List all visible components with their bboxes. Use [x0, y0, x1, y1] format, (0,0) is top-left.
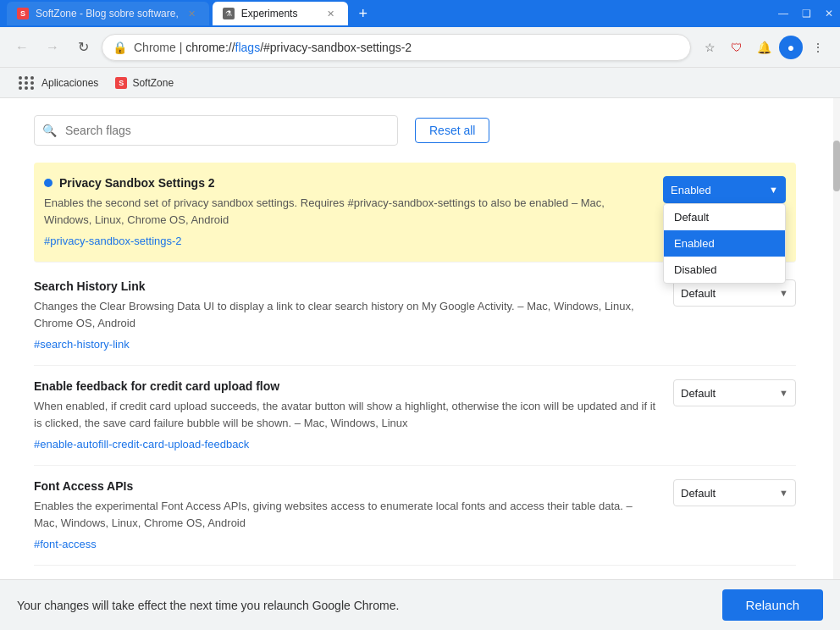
- flag-content-search-history: Search History Link Changes the Clear Br…: [34, 279, 656, 351]
- new-tab-button[interactable]: +: [351, 2, 375, 25]
- dropdown-option-enabled-0[interactable]: Enabled: [664, 230, 785, 257]
- dropdown-btn-credit-card[interactable]: Default ▼: [673, 379, 796, 406]
- tab-softzone-close[interactable]: ✕: [185, 7, 199, 20]
- titlebar: S SoftZone - Blog sobre software, ✕ ⚗ Ex…: [0, 0, 840, 27]
- tab-softzone[interactable]: S SoftZone - Blog sobre software, ✕: [7, 2, 209, 25]
- refresh-button[interactable]: ↻: [71, 36, 95, 59]
- flag-link-search-history[interactable]: #search-history-link: [34, 338, 130, 351]
- dropdown-current-credit-card: Default: [681, 387, 716, 400]
- dropdown-arrow-search-history: ▼: [779, 288, 788, 298]
- url-display-text: Chrome | chrome://flags/#privacy-sandbox…: [134, 41, 412, 54]
- apps-label: Aplicaciones: [41, 77, 98, 89]
- reset-all-button[interactable]: Reset all: [415, 118, 489, 143]
- softzone-bookmark-label: SoftZone: [132, 77, 174, 89]
- tab-experiments-close[interactable]: ✕: [324, 7, 338, 20]
- maximize-button[interactable]: ❑: [802, 8, 811, 19]
- scrollbar[interactable]: [833, 98, 840, 579]
- tab-experiments-label: Experiments: [241, 8, 318, 19]
- flag-desc-font-access: Enables the experimental Font Access API…: [34, 498, 656, 531]
- dropdown-arrow-font-access: ▼: [779, 488, 788, 498]
- dropdown-credit-card: Default ▼: [673, 379, 796, 406]
- flag-item-privacy-sandbox: Privacy Sandbox Settings 2 Enables the s…: [34, 163, 796, 262]
- flag-desc-privacy-sandbox: Enables the second set of privacy sandbo…: [44, 195, 646, 228]
- dropdown-btn-privacy-sandbox[interactable]: Enabled ▼: [663, 176, 786, 203]
- apps-grid-icon: [17, 75, 36, 91]
- search-icon: 🔍: [42, 124, 57, 137]
- dropdown-option-disabled-0[interactable]: Disabled: [664, 257, 785, 283]
- dropdown-option-default-0[interactable]: Default: [664, 204, 785, 230]
- shield-icon[interactable]: 🛡: [725, 36, 749, 59]
- bottom-message: Your changes will take effect the next t…: [17, 599, 709, 612]
- notifications-icon[interactable]: 🔔: [752, 36, 776, 59]
- flag-title-privacy-sandbox: Privacy Sandbox Settings 2: [44, 176, 646, 190]
- menu-icon[interactable]: ⋮: [806, 36, 830, 59]
- dropdown-arrow-privacy-sandbox: ▼: [769, 185, 778, 195]
- flag-title-credit-card: Enable feedback for credit card upload f…: [34, 379, 656, 393]
- dropdown-btn-font-access[interactable]: Default ▼: [673, 479, 796, 506]
- flag-desc-search-history: Changes the Clear Browsing Data UI to di…: [34, 298, 656, 331]
- flags-container: 🔍 Reset all Privacy Sandbox Settings 2 E…: [0, 98, 830, 579]
- dropdown-privacy-sandbox: Enabled ▼ Default Enabled Disabled: [663, 176, 786, 203]
- bookmarks-bar: Aplicaciones S SoftZone: [0, 68, 840, 98]
- scrollbar-thumb[interactable]: [833, 141, 840, 191]
- flag-item-font-access: Font Access APIs Enables the experimenta…: [34, 466, 796, 566]
- forward-button[interactable]: →: [41, 36, 64, 59]
- minimize-button[interactable]: —: [778, 8, 788, 19]
- main-content: 🔍 Reset all Privacy Sandbox Settings 2 E…: [0, 98, 840, 579]
- url-bar[interactable]: 🔒 Chrome | chrome://flags/#privacy-sandb…: [102, 34, 691, 61]
- flag-control-credit-card: Default ▼: [673, 379, 796, 406]
- flag-active-dot: [44, 179, 52, 187]
- dropdown-current-search-history: Default: [681, 287, 716, 300]
- back-button[interactable]: ←: [10, 36, 34, 59]
- flag-control-privacy-sandbox: Enabled ▼ Default Enabled Disabled: [663, 176, 786, 203]
- dropdown-current-font-access: Default: [681, 487, 716, 500]
- flag-title-search-history: Search History Link: [34, 279, 656, 293]
- flag-link-font-access[interactable]: #font-access: [34, 538, 97, 550]
- dropdown-arrow-credit-card: ▼: [779, 388, 788, 398]
- tab-softzone-label: SoftZone - Blog sobre software,: [36, 8, 179, 19]
- softzone-favicon: S: [115, 77, 127, 89]
- softzone-bookmark[interactable]: S SoftZone: [108, 74, 180, 92]
- dropdown-current-privacy-sandbox: Enabled: [671, 184, 711, 196]
- tab-experiments[interactable]: ⚗ Experiments ✕: [213, 2, 348, 25]
- flag-link-privacy-sandbox[interactable]: #privacy-sandbox-settings-2: [44, 235, 182, 247]
- url-flags-part: flags: [235, 41, 261, 54]
- flag-item-credit-card: Enable feedback for credit card upload f…: [34, 366, 796, 466]
- tab-experiments-favicon: ⚗: [223, 8, 235, 19]
- addressbar-icons: ☆ 🛡 🔔 ● ⋮: [698, 36, 830, 59]
- flag-desc-credit-card: When enabled, if credit card upload succ…: [34, 398, 656, 431]
- close-button[interactable]: ✕: [825, 8, 833, 19]
- flag-control-font-access: Default ▼: [673, 479, 796, 506]
- url-hash-part: /#privacy-sandbox-settings-2: [260, 41, 412, 54]
- search-input[interactable]: [34, 115, 398, 146]
- dropdown-font-access: Default ▼: [673, 479, 796, 506]
- window-controls: — ❑ ✕: [778, 8, 833, 19]
- security-icon: 🔒: [113, 41, 127, 54]
- avatar[interactable]: ●: [779, 36, 803, 59]
- tab-softzone-favicon: S: [17, 8, 29, 19]
- apps-button[interactable]: Aplicaciones: [10, 71, 105, 95]
- flag-content-credit-card: Enable feedback for credit card upload f…: [34, 379, 656, 451]
- search-bar-row: 🔍 Reset all: [34, 115, 796, 146]
- addressbar: ← → ↻ 🔒 Chrome | chrome://flags/#privacy…: [0, 27, 840, 68]
- url-scheme-label: Chrome: [134, 41, 176, 54]
- url-scheme-part: chrome://: [185, 41, 235, 54]
- flag-title-font-access: Font Access APIs: [34, 479, 656, 493]
- dropdown-menu-privacy-sandbox: Default Enabled Disabled: [663, 203, 786, 284]
- flag-content-font-access: Font Access APIs Enables the experimenta…: [34, 479, 656, 551]
- bookmark-icon[interactable]: ☆: [698, 36, 721, 59]
- flag-link-credit-card[interactable]: #enable-autofill-credit-card-upload-feed…: [34, 438, 249, 450]
- flag-content-privacy-sandbox: Privacy Sandbox Settings 2 Enables the s…: [44, 176, 646, 248]
- bottom-bar: Your changes will take effect the next t…: [0, 579, 840, 630]
- search-wrapper: 🔍: [34, 115, 398, 146]
- relaunch-button[interactable]: Relaunch: [722, 589, 823, 621]
